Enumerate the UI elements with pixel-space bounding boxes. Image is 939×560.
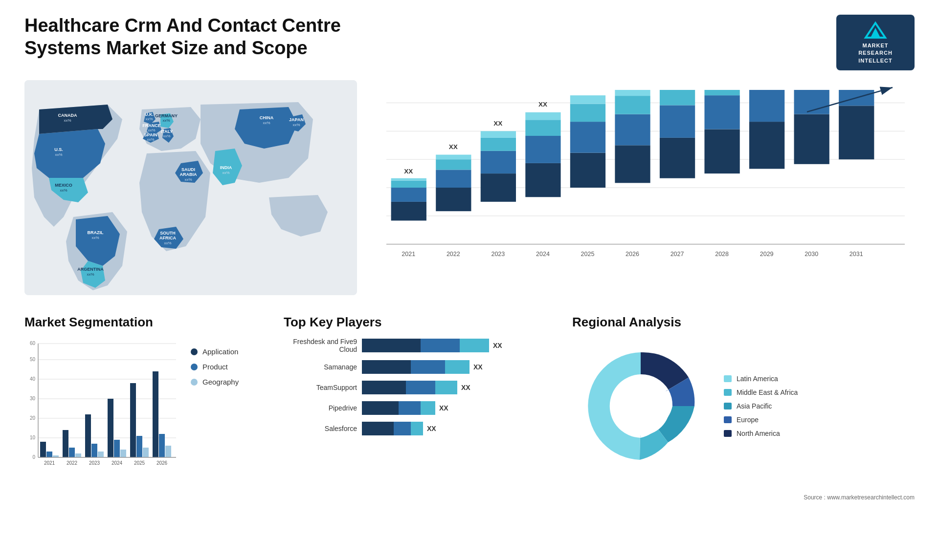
player-bar-pipedrive	[362, 401, 435, 415]
source-text: Source : www.marketresearchintellect.com	[572, 494, 915, 501]
svg-text:xx%: xx%	[148, 128, 155, 132]
svg-rect-130	[108, 399, 113, 457]
svg-text:xx%: xx%	[222, 171, 229, 175]
svg-text:60: 60	[30, 341, 36, 346]
svg-text:XX: XX	[538, 101, 547, 108]
svg-text:2026: 2026	[626, 251, 639, 258]
svg-rect-134	[130, 383, 136, 457]
logo-area: MARKETRESEARCHINTELLECT	[836, 15, 915, 70]
svg-text:AFRICA: AFRICA	[159, 236, 176, 240]
player-xx-salesforce: XX	[427, 425, 436, 432]
svg-text:50: 50	[30, 357, 36, 362]
svg-rect-89	[749, 122, 784, 169]
svg-text:2021: 2021	[44, 460, 55, 466]
svg-rect-61	[525, 163, 560, 197]
bar-seg3	[435, 381, 457, 394]
bar-chart-container: XX 2021 XX 2022 XX 2023	[377, 80, 915, 295]
bar-seg2	[399, 401, 421, 415]
player-bar-samanage	[362, 360, 470, 374]
player-row: Salesforce XX	[284, 422, 558, 435]
svg-rect-122	[63, 430, 68, 457]
svg-rect-126	[85, 414, 91, 457]
player-bar-track: XX	[362, 381, 470, 394]
bar-seg1	[362, 360, 411, 374]
player-name-pipedrive: Pipedrive	[284, 404, 357, 412]
player-name-salesforce: Salesforce	[284, 425, 357, 432]
bar-seg1	[362, 422, 394, 435]
svg-text:SOUTH: SOUTH	[160, 231, 176, 236]
player-bar-freshdesk	[362, 339, 489, 352]
svg-text:2026: 2026	[156, 460, 168, 466]
logo-box: MARKETRESEARCHINTELLECT	[836, 15, 915, 70]
svg-text:SPAIN: SPAIN	[144, 132, 157, 137]
svg-rect-76	[615, 90, 650, 96]
svg-rect-43	[391, 202, 426, 221]
player-xx-samanage: XX	[473, 363, 483, 371]
svg-rect-58	[481, 131, 516, 138]
svg-text:xx%: xx%	[162, 118, 170, 123]
application-dot	[191, 348, 198, 355]
svg-rect-93	[794, 114, 829, 164]
logo-text: MARKETRESEARCHINTELLECT	[845, 42, 906, 65]
bar-seg2	[406, 381, 435, 394]
player-xx-teamsupport: XX	[461, 384, 470, 391]
svg-rect-73	[615, 145, 650, 183]
latin-america-color	[724, 375, 732, 382]
svg-text:CANADA: CANADA	[58, 113, 77, 118]
svg-text:U.K.: U.K.	[145, 112, 154, 117]
svg-rect-123	[69, 448, 75, 457]
north-america-color	[724, 430, 732, 437]
logo-icon	[845, 21, 906, 40]
seg-legend-geography: Geography	[191, 378, 239, 386]
player-row: Freshdesk and Five9 Cloud XX	[284, 338, 558, 353]
svg-text:xx%: xx%	[55, 152, 62, 157]
bar-seg2	[394, 422, 411, 435]
svg-rect-64	[525, 112, 560, 120]
regional-title: Regional Analysis	[572, 315, 915, 330]
segmentation-title: Market Segmentation	[24, 315, 269, 330]
svg-text:xx%: xx%	[163, 134, 170, 138]
svg-text:MEXICO: MEXICO	[55, 183, 72, 188]
svg-text:ITALY: ITALY	[161, 129, 173, 134]
svg-rect-139	[159, 434, 165, 457]
regional-container: Regional Analysis	[572, 315, 915, 501]
svg-text:FRANCE: FRANCE	[142, 123, 161, 128]
svg-text:2025: 2025	[581, 251, 595, 258]
player-bar-track: XX	[362, 339, 502, 352]
svg-rect-67	[570, 153, 605, 188]
legend-north-america: North America	[724, 430, 798, 437]
svg-text:xx%: xx%	[64, 118, 71, 123]
svg-text:XX: XX	[493, 120, 502, 127]
svg-rect-74	[615, 114, 650, 146]
bar-seg1	[362, 381, 406, 394]
svg-rect-75	[615, 96, 650, 114]
bar-seg3	[445, 360, 470, 374]
bottom-section: Market Segmentation 0 10 20 30 40 50 60	[24, 315, 915, 501]
svg-text:xx%: xx%	[87, 272, 94, 277]
player-xx-freshdesk: XX	[493, 342, 502, 349]
player-bar-salesforce	[362, 422, 423, 435]
segmentation-container: Market Segmentation 0 10 20 30 40 50 60	[24, 315, 269, 484]
svg-text:10: 10	[30, 435, 36, 440]
svg-text:2029: 2029	[760, 251, 774, 258]
main-bar-chart: XX 2021 XX 2022 XX 2023	[386, 90, 905, 285]
donut-legend: Latin America Middle East & Africa Asia …	[724, 375, 798, 437]
seg-legend: Application Product Geography	[191, 338, 239, 386]
svg-rect-49	[436, 188, 471, 211]
bar-seg3	[421, 401, 435, 415]
svg-rect-132	[120, 450, 126, 457]
svg-text:2023: 2023	[89, 460, 100, 466]
bar-seg3	[411, 422, 423, 435]
svg-rect-140	[165, 446, 171, 457]
asia-pacific-label: Asia Pacific	[737, 402, 772, 410]
seg-legend-product: Product	[191, 363, 239, 371]
svg-text:JAPAN: JAPAN	[289, 117, 304, 122]
product-dot	[191, 364, 198, 370]
svg-text:xx%: xx%	[145, 117, 153, 121]
svg-text:2027: 2027	[671, 251, 684, 258]
player-bar-track: XX	[362, 360, 483, 374]
legend-middle-east: Middle East & Africa	[724, 388, 798, 396]
product-label: Product	[202, 363, 228, 371]
svg-text:xx%: xx%	[60, 188, 67, 193]
svg-rect-68	[570, 122, 605, 153]
